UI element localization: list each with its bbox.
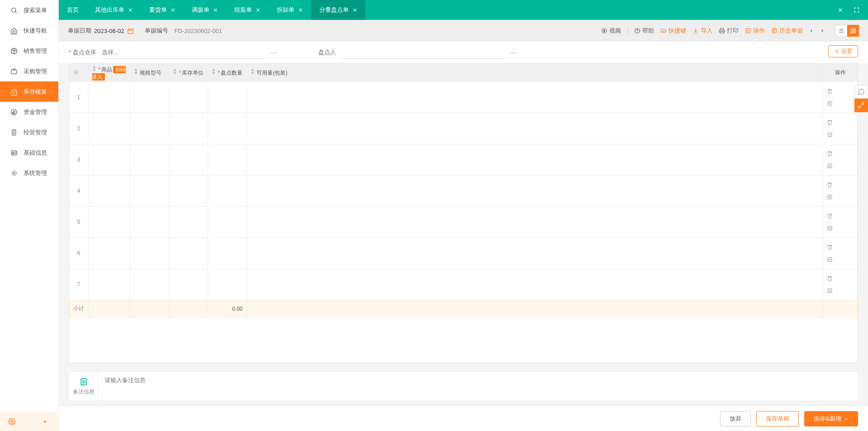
calendar-icon[interactable] [127, 28, 134, 34]
tab-close-icon[interactable]: ✕ [352, 7, 357, 14]
sidebar-item-7[interactable]: 基础信息 [0, 142, 58, 163]
th-product[interactable]: ▲▼*商品扫码录入 [88, 64, 130, 81]
sidebar-item-5[interactable]: 资金管理 [0, 102, 58, 122]
sidebar-item-1[interactable]: 快捷导航 [0, 20, 58, 41]
th-avail[interactable]: ▲▼可用量(包装) [247, 64, 823, 81]
date-value[interactable]: 2023-06-02 [94, 28, 124, 34]
toolbar-shortcut[interactable]: 快捷键 [660, 27, 686, 35]
remarks-input[interactable] [98, 372, 858, 401]
checker-more-icon[interactable]: ··· [510, 49, 517, 56]
row-number: 6 [69, 237, 88, 269]
svg-rect-9 [44, 420, 45, 423]
svg-rect-10 [128, 29, 133, 33]
row-add-icon[interactable] [827, 225, 854, 231]
float-chat-icon[interactable] [854, 85, 868, 99]
toolbar-operate[interactable]: 操作 [745, 27, 765, 35]
row-number: 2 [69, 113, 88, 144]
settings-gear-icon[interactable] [8, 418, 15, 425]
settings-button[interactable]: 设置 [828, 45, 858, 57]
toolbar-help[interactable]: 帮助 [634, 27, 654, 35]
subtotal-row: 小计 0.00 [69, 300, 858, 317]
table-row[interactable]: 2 [69, 113, 858, 144]
table-row[interactable]: 4 [69, 175, 858, 206]
row-add-icon[interactable] [827, 288, 854, 294]
th-unit[interactable]: ▲▼*库存单位 [169, 64, 208, 81]
tab-4[interactable]: 组装单✕ [226, 0, 269, 20]
tab-3[interactable]: 调拨单✕ [184, 0, 226, 20]
row-add-icon[interactable] [827, 194, 854, 200]
row-delete-icon[interactable] [827, 88, 854, 94]
svg-point-20 [75, 72, 77, 74]
home-icon [10, 27, 18, 35]
sidebar-item-8[interactable]: 系统管理 [0, 163, 58, 183]
table-row[interactable]: 1 [69, 82, 858, 113]
table-row[interactable]: 3 [69, 144, 858, 175]
tab-6[interactable]: 分量盘点单✕ [311, 0, 365, 20]
checker-input[interactable] [341, 46, 503, 59]
tab-close-icon[interactable]: ✕ [128, 7, 133, 14]
th-gear[interactable] [69, 64, 88, 81]
th-qty[interactable]: ▲▼*盘点数量 [208, 64, 247, 81]
table-row[interactable]: 5 [69, 206, 858, 237]
row-add-icon[interactable] [827, 163, 854, 169]
date-label: 单据日期 [68, 27, 91, 35]
svg-rect-4 [11, 151, 17, 155]
toolbar-video[interactable]: 视频 [601, 27, 621, 35]
tab-2[interactable]: 要货单✕ [141, 0, 184, 20]
svg-point-6 [12, 171, 17, 175]
svg-point-0 [12, 8, 16, 12]
sidebar-item-0[interactable]: 搜索菜单 [0, 0, 58, 20]
document-toolbar: 单据日期 2023-06-02 单据编号 FD-20230602-001 视频 … [59, 20, 868, 42]
warehouse-label: *盘点仓库 [69, 48, 96, 57]
tab-close-icon[interactable]: ✕ [256, 7, 261, 14]
tab-close-icon[interactable]: ✕ [171, 7, 175, 14]
tab-0[interactable]: 首页 [59, 0, 87, 20]
collapse-sidebar-icon[interactable] [43, 418, 50, 425]
row-delete-icon[interactable] [827, 151, 854, 156]
toolbar-print[interactable]: 打印 [719, 27, 739, 35]
sidebar-item-3[interactable]: 采购管理 [0, 61, 58, 81]
table-row[interactable]: 6 [69, 237, 858, 269]
tab-bar: 首页其他出库单✕要货单✕调拨单✕组装单✕拆卸单✕分量盘点单✕ [59, 0, 868, 20]
fullscreen-icon[interactable] [850, 3, 863, 17]
svg-rect-14 [746, 28, 750, 33]
toolbar-import[interactable]: 导入 [693, 27, 712, 35]
float-expand-icon[interactable] [854, 99, 868, 112]
tab-close-icon[interactable]: ✕ [298, 7, 303, 14]
row-delete-icon[interactable] [827, 213, 854, 219]
sidebar-item-6[interactable]: 经营管理 [0, 122, 58, 142]
docno-value: FD-20230602-001 [175, 28, 223, 34]
view-form-icon[interactable] [847, 25, 859, 37]
remarks-label: 备注信息 [73, 388, 95, 396]
sidebar-item-label: 采购管理 [24, 67, 47, 76]
form-header: *盘点仓库 ··· 盘点人 ··· 设置 [59, 42, 868, 63]
discard-button[interactable]: 放弃 [720, 411, 751, 426]
row-add-icon[interactable] [827, 100, 854, 106]
tab-close-icon[interactable]: ✕ [213, 7, 218, 14]
th-spec[interactable]: ▲▼规格型号 [130, 64, 169, 81]
save-new-button[interactable]: 保存&新增 [804, 411, 858, 426]
row-delete-icon[interactable] [827, 182, 854, 188]
row-delete-icon[interactable] [827, 119, 854, 125]
warehouse-more-icon[interactable]: ··· [270, 49, 278, 56]
row-delete-icon[interactable] [827, 244, 854, 250]
row-add-icon[interactable] [827, 132, 854, 137]
sidebar-item-4[interactable]: 库存核算 [0, 81, 58, 102]
toolbar-next[interactable] [820, 28, 825, 33]
warehouse-input[interactable] [101, 46, 264, 59]
tab-5[interactable]: 拆卸单✕ [269, 0, 311, 20]
row-number: 1 [69, 82, 88, 113]
tab-1[interactable]: 其他出库单✕ [87, 0, 141, 20]
save-draft-button[interactable]: 保存草稿 [756, 411, 799, 426]
svg-rect-1 [11, 70, 17, 74]
toolbar-prev[interactable] [809, 28, 814, 33]
sidebar-item-2[interactable]: 销售管理 [0, 41, 58, 61]
table-row[interactable]: 7 [69, 269, 858, 300]
row-delete-icon[interactable] [827, 275, 854, 281]
toolbar-history[interactable]: 历史单据 [771, 27, 803, 35]
row-add-icon[interactable] [827, 256, 854, 262]
view-list-icon[interactable] [835, 25, 847, 37]
tab-close-all-icon[interactable] [834, 3, 847, 17]
subtotal-value: 0.00 [208, 300, 247, 317]
tab-label: 组装单 [234, 6, 252, 14]
